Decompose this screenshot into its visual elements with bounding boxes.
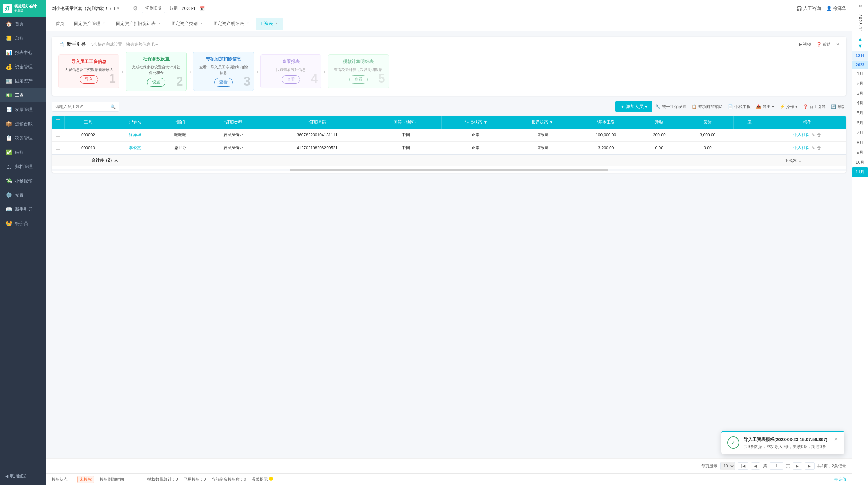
account-name: 刘小艳演示账套（勿删勿动！）1 ▾ xyxy=(52,5,119,12)
guide-video-btn[interactable]: ▶ 视频 xyxy=(799,42,811,48)
export-btn[interactable]: 📤 导出 ▾ xyxy=(755,102,775,111)
sidebar-item-member[interactable]: 👑 畅会员 xyxy=(0,217,46,231)
row1-name-link[interactable]: 徐泽华 xyxy=(129,132,141,137)
nav-down-arrow[interactable]: ▼ xyxy=(857,43,863,49)
row1-delete-icon[interactable]: 🗑 xyxy=(817,133,821,137)
last-page-btn[interactable]: ▶| xyxy=(805,462,815,470)
row2-checkbox-cell[interactable] xyxy=(52,142,65,154)
sidebar-item-inventory[interactable]: 📦 进销台账 xyxy=(0,117,46,131)
tab-close-asset-category[interactable]: × xyxy=(199,21,204,26)
scrollbar-thumb[interactable] xyxy=(290,169,608,171)
warning-dot-icon xyxy=(269,477,273,481)
tab-asset-category[interactable]: 固定资产类别 × xyxy=(167,18,208,30)
sidebar-item-assets[interactable]: 🏢 固定资产 xyxy=(0,74,46,88)
row2-checkbox[interactable] xyxy=(56,145,60,150)
guide-close-btn[interactable]: ✕ xyxy=(836,42,840,47)
year-item-2023[interactable]: 2023 xyxy=(852,61,868,69)
horizontal-scrollbar[interactable] xyxy=(52,169,846,171)
sidebar-item-guide[interactable]: 📖 新手引导 xyxy=(0,202,46,217)
step3-btn[interactable]: 查看 xyxy=(214,78,233,87)
cancel-fixed-button[interactable]: ◀ 取消固定 xyxy=(0,470,46,482)
guide-doc-icon: 📄 xyxy=(58,42,64,47)
add-account-button[interactable]: ＋ xyxy=(123,5,129,12)
sidebar-item-expense[interactable]: 💸 小畅报销 xyxy=(0,174,46,188)
month-item-10[interactable]: 10月 xyxy=(852,157,868,167)
step5-btn[interactable]: 查看 xyxy=(349,75,368,84)
month-item-9[interactable]: 9月 xyxy=(852,148,868,157)
select-all-header[interactable] xyxy=(52,116,65,129)
sidebar-item-ledger[interactable]: 📒 总账 xyxy=(0,31,46,45)
sidebar-item-billing[interactable]: 🧾 发票管理 xyxy=(0,102,46,117)
step4-btn[interactable]: 查看 xyxy=(282,75,300,84)
add-person-button[interactable]: ＋ 添加人员 ▾ xyxy=(615,101,652,112)
month-item-7[interactable]: 7月 xyxy=(852,128,868,138)
operation-btn[interactable]: ⚡ 操作 ▾ xyxy=(779,102,798,111)
row2-report-status: 待报送 xyxy=(510,142,575,154)
row2-name-link[interactable]: 李俊杰 xyxy=(129,145,141,150)
calendar-icon[interactable]: 📅 xyxy=(199,6,205,11)
tab-close-asset-detail[interactable]: × xyxy=(245,21,250,26)
month-item-1[interactable]: 1月 xyxy=(852,69,868,79)
row1-social-insurance-link[interactable]: 个人社保 xyxy=(793,132,810,138)
old-version-button[interactable]: 切到旧版 xyxy=(142,4,165,13)
search-icon[interactable]: 🔍 xyxy=(110,104,116,109)
sidebar-item-reports[interactable]: 📊 报表中心 xyxy=(0,45,46,60)
next-page-btn[interactable]: ▶ xyxy=(793,462,802,470)
tab-depreciation[interactable]: 固定资产折旧统计表 × xyxy=(112,18,166,30)
tab-payroll[interactable]: 工资表 × xyxy=(256,18,283,30)
sidebar-item-settings[interactable]: ⚙️ 设置 xyxy=(0,188,46,202)
month-item-11[interactable]: 11月 xyxy=(852,167,868,177)
page-size-select[interactable]: 10 20 50 xyxy=(720,462,735,470)
prev-page-btn[interactable]: ◀ xyxy=(751,462,760,470)
refresh-btn[interactable]: 🔄 刷新 xyxy=(830,102,846,111)
toast-close-btn[interactable]: ✕ xyxy=(834,436,838,442)
tab-close-depreciation[interactable]: × xyxy=(157,21,162,26)
month-item-2[interactable]: 2月 xyxy=(852,79,868,89)
tax-report-btn[interactable]: 📄 个税申报 xyxy=(727,102,751,111)
month-item-5[interactable]: 5月 xyxy=(852,108,868,118)
search-input[interactable] xyxy=(55,104,108,109)
sidebar-item-payroll[interactable]: 💵 工资 xyxy=(0,88,46,102)
panel-toggle-btn[interactable]: ≫ xyxy=(852,0,868,12)
sidebar-item-finance[interactable]: 💰 资金管理 xyxy=(0,60,46,74)
row1-edit-icon[interactable]: ✎ xyxy=(812,133,815,137)
select-all-checkbox[interactable] xyxy=(56,119,60,124)
add-dropdown-icon: ▾ xyxy=(645,104,647,109)
step2-btn[interactable]: 设置 xyxy=(147,78,165,87)
month-item-8[interactable]: 8月 xyxy=(852,138,868,148)
row2-social-insurance-link[interactable]: 个人社保 xyxy=(793,145,810,151)
step1-btn[interactable]: 导入 xyxy=(80,75,98,84)
row2-delete-icon[interactable]: 🗑 xyxy=(817,146,821,150)
ai-consult-button[interactable]: 🎧 人工咨询 xyxy=(796,5,821,12)
social-insurance-btn[interactable]: 🔧 统一社保设置 xyxy=(655,102,687,111)
first-page-btn[interactable]: |◀ xyxy=(738,462,748,470)
guide-help-btn[interactable]: ❓ 帮助 xyxy=(816,42,831,48)
row1-checkbox[interactable] xyxy=(56,132,60,137)
nav-up-arrow[interactable]: ▲ xyxy=(857,37,863,42)
tab-assets-mgmt[interactable]: 固定资产管理 × xyxy=(70,18,111,30)
special-deduction-btn[interactable]: 📋 专项附加扣除 xyxy=(691,102,723,111)
guide-btn[interactable]: ❓ 新手引导 xyxy=(802,102,826,111)
row1-checkbox-cell[interactable] xyxy=(52,129,65,142)
sidebar-item-tax[interactable]: 📋 税务管理 xyxy=(0,131,46,145)
sidebar-item-home[interactable]: 🏠 首页 xyxy=(0,17,46,31)
row2-edit-icon[interactable]: ✎ xyxy=(812,146,815,150)
month-item-6[interactable]: 6月 xyxy=(852,118,868,128)
page-input[interactable]: 1 xyxy=(770,462,783,470)
tab-home[interactable]: 首页 xyxy=(52,18,68,30)
tab-close-assets-mgmt[interactable]: × xyxy=(102,21,106,26)
export-dropdown-icon: ▾ xyxy=(772,104,774,109)
settings-account-button[interactable]: ⚙ xyxy=(133,5,138,12)
tab-asset-detail[interactable]: 固定资产明细账 × xyxy=(209,18,254,30)
sidebar-item-settle[interactable]: ✅ 结账 xyxy=(0,145,46,160)
row1-nationality: 中国 xyxy=(370,129,442,142)
month-item-12[interactable]: 12月 xyxy=(852,51,868,61)
tab-close-payroll[interactable]: × xyxy=(274,21,279,26)
month-item-3[interactable]: 3月 xyxy=(852,89,868,98)
user-profile-button[interactable]: 👤 徐泽华 xyxy=(826,5,846,12)
sidebar-item-archive[interactable]: 🗂 归档管理 xyxy=(0,160,46,174)
go-auth-btn[interactable]: 去充值 xyxy=(834,477,846,482)
month-item-4[interactable]: 4月 xyxy=(852,98,868,108)
account-dropdown-icon[interactable]: ▾ xyxy=(117,6,119,11)
auth-remain: 当前剩余授权数：0 xyxy=(211,477,246,482)
